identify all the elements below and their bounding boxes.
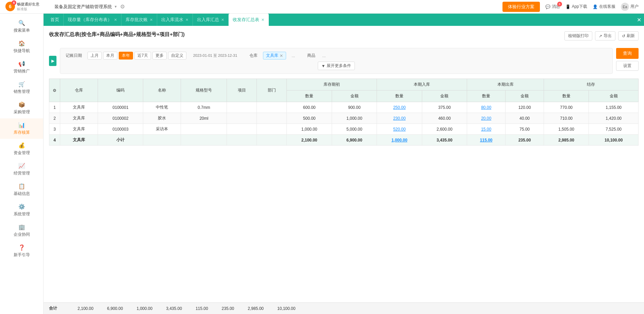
sidebar-item-basic-info[interactable]: 📋 基础信息 [0,180,43,200]
setting-button[interactable]: 设置 [616,61,639,71]
expand-filter-button[interactable]: ▼ 展开更多条件 [318,62,355,70]
subtotal-empty1 [143,135,181,146]
total-open-amount: 6,900.00 [107,306,123,311]
row1-no: 1 [49,102,60,113]
date-btn-this-year[interactable]: 本年 [119,52,133,60]
tab-close-inventory-dist[interactable]: ✕ [114,18,117,22]
subtotal-bal-qty: 2,985.00 [544,135,589,146]
sidebar-item-quick-nav[interactable]: 🏠 快捷导航 [0,37,43,57]
th-goods-spec: 规格型号 [181,79,227,102]
subtotal-out-qty[interactable]: 115.00 [467,135,506,146]
logo-icon: 6 6 [5,2,15,11]
query-button[interactable]: 查询 [616,48,639,59]
sidebar-item-search[interactable]: 🔍 搜索菜单 [0,16,43,37]
total-open-qty: 2,100.00 [78,306,94,311]
row1-department [257,102,287,113]
row3-in-qty[interactable]: 520.00 [377,124,422,135]
trial-button[interactable]: 体验行业方案 [502,2,540,12]
row2-goods-code: 0100002 [98,113,143,124]
tab-in-out-summary[interactable]: 出入库汇总 ✕ [193,14,229,26]
row3-project [227,124,257,135]
settings-icon[interactable]: ⚙ [53,88,56,93]
marketing-icon: 📢 [18,61,25,67]
message-action[interactable]: 💬 消息 6 [545,4,560,10]
logo-area: 6 6 畅捷通好生意 标准版 [5,2,49,11]
row1-out-qty[interactable]: 80.00 [467,102,506,113]
tab-close-in-out-flow[interactable]: ✕ [185,18,188,22]
tab-collect-summary[interactable]: 收发存汇总表 ✕ [229,14,269,26]
sidebar-item-enterprise[interactable]: 🏢 企业协同 [0,220,43,241]
row1-warehouse: 文具库 [60,102,98,113]
row2-open-qty: 500.00 [287,113,332,124]
tab-close-batch-ledger[interactable]: ✕ [150,18,153,22]
row3-goods-name: 采访本 [143,124,181,135]
th-warehouse: 仓库 [60,79,98,102]
total-label: 合计 [49,305,57,311]
total-bal-qty: 2,985.00 [248,306,264,311]
sidebar-label-finance: 资金管理 [14,150,30,156]
date-btn-last-month[interactable]: 上月 [87,52,102,60]
inventory-icon: 📊 [18,122,25,128]
tab-home[interactable]: 首页 [46,14,64,26]
sidebar-item-guide[interactable]: ❓ 新手引导 [0,241,43,261]
row1-in-qty[interactable]: 250.00 [377,102,422,113]
print-button[interactable]: 核销版打印 [564,31,592,40]
sidebar-item-system[interactable]: ⚙️ 系统管理 [0,200,43,220]
th-out-amount: 金额 [506,90,544,102]
guide-icon: ❓ [18,244,25,251]
subtotal-in-qty[interactable]: 1,000.00 [377,135,422,146]
app-name-block: 畅捷通好生意 标准版 [17,2,39,11]
date-btn-more[interactable]: 更多 [152,52,167,60]
tab-batch-ledger[interactable]: 库存批次账 ✕ [121,14,157,26]
filter-arrow-icon[interactable]: ▶ [49,56,56,66]
sidebar-item-sales[interactable]: 🛒 销售管理 [0,78,43,98]
sidebar-item-operations[interactable]: 📈 经营管理 [0,159,43,180]
settings-gear-icon[interactable]: ⚙ [120,3,125,10]
th-group-open: 库存期初 [287,79,377,90]
top-header: 6 6 畅捷通好生意 标准版 装备及固定资产辅助管理系统 ▼ ⚙ 体验行业方案 … [0,0,644,14]
user-action[interactable]: Ea 用户 [621,3,639,11]
tab-close-collect-summary[interactable]: ✕ [261,18,264,22]
warehouse-tag-close[interactable]: ✕ [280,53,283,58]
row2-out-qty[interactable]: 20.00 [467,113,506,124]
export-icon: ↗ [599,34,602,38]
export-button[interactable]: ↗ 导出 [595,31,615,40]
th-department: 部门 [257,79,287,102]
row2-in-qty[interactable]: 230.00 [377,113,422,124]
date-btn-custom[interactable]: 自定义 [168,52,186,60]
sidebar-item-marketing[interactable]: 📢 营销推广 [0,57,43,78]
th-project: 项目 [227,79,257,102]
sidebar-item-purchase[interactable]: 📦 采购管理 [0,98,43,118]
expand-icon: ▼ [321,64,326,68]
goods-label: 商品 [307,53,315,59]
app-download-action[interactable]: 📱 App下载 [565,4,587,10]
tab-bar-close-icon[interactable]: ✕ [637,17,641,23]
total-out-qty: 115.00 [196,306,208,311]
sidebar-item-inventory[interactable]: 📊 库存核算 [0,118,43,139]
th-in-amount: 金额 [422,90,467,102]
sidebar-label-system: 系统管理 [14,211,30,217]
row3-out-amount: 75.00 [506,124,544,135]
subtotal-label: 小计 [98,135,143,146]
date-btn-7days[interactable]: 近7天 [134,52,151,60]
tab-close-in-out-summary[interactable]: ✕ [221,18,224,22]
goods-more-btn[interactable]: ... [322,53,326,58]
tab-inventory-dist[interactable]: 现存量（库存分布表） ✕ [64,14,121,26]
data-table: ⚙ 仓库 编码 名称 规格型号 项目 部门 库存期初 本期入库 本期出库 结存 [49,79,639,146]
sidebar-item-finance[interactable]: 💰 资金管理 [0,139,43,159]
subtotal-warehouse: 文具库 [60,135,98,146]
th-goods-name: 名称 [143,79,181,102]
date-btn-this-month[interactable]: 本月 [103,52,117,60]
online-service-action[interactable]: 👤 在线客服 [593,4,615,10]
sidebar-label-marketing: 营销推广 [14,68,30,74]
warehouse-more-btn[interactable]: ... [292,53,295,58]
sidebar-label-sales: 销售管理 [14,89,30,95]
subtotal-in-amount: 3,435.00 [422,135,467,146]
row3-out-qty[interactable]: 15.00 [467,124,506,135]
refresh-button[interactable]: ↺ 刷新 [618,31,639,40]
tab-in-out-flow[interactable]: 出入库流水 ✕ [157,14,193,26]
table-row: 1 文具库 0100001 中性笔 0.7mm 600.00 900.00 25… [49,102,639,113]
total-bal-amount: 10,100.00 [277,306,295,311]
th-in-qty: 数量 [377,90,422,102]
subtotal-open-qty: 2,100.00 [287,135,332,146]
